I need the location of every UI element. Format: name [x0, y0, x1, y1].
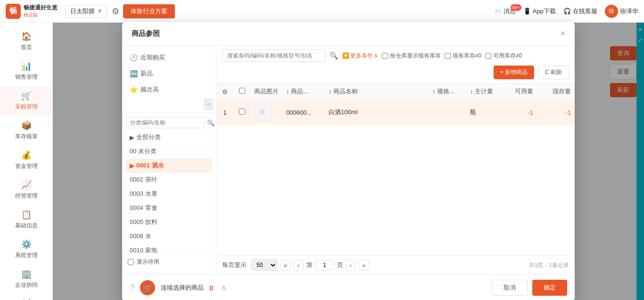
- select-all-checkbox[interactable]: [239, 88, 245, 94]
- sidebar-item-home[interactable]: 🏠 首页: [0, 26, 52, 56]
- cancel-btn[interactable]: 取消: [492, 280, 528, 296]
- category-0010[interactable]: 0010 家电: [126, 243, 212, 253]
- sidebar-item-basic-info[interactable]: 📋 基础信息: [0, 205, 52, 234]
- operation-icon: 📈: [21, 180, 32, 190]
- cell-spec: [429, 100, 466, 125]
- frequent-icon: ⭐: [130, 86, 138, 93]
- category-0004[interactable]: 0004 零食: [126, 201, 212, 215]
- modal-close-btn[interactable]: ×: [560, 29, 565, 39]
- left-panel: 🕐 近期购买 🆕 新品 ⭐ 频次高 «: [122, 46, 216, 275]
- category-0002[interactable]: 0002 茶叶: [126, 173, 212, 187]
- app-download-btn[interactable]: 📱 App下载: [523, 7, 556, 16]
- sidebar-item-enterprise[interactable]: 🏢 企业协同: [0, 264, 52, 294]
- category-0001[interactable]: ▶ 0001 酒水: [126, 158, 212, 173]
- th-check: [233, 83, 250, 100]
- first-page-btn[interactable]: «: [280, 260, 291, 271]
- new-items-icon: 🆕: [130, 70, 138, 77]
- cell-avail: -1: [499, 100, 537, 125]
- th-name[interactable]: ↕ 商品名称: [325, 83, 429, 100]
- stock-nonzero-checkbox[interactable]: [445, 53, 451, 59]
- category-search-input[interactable]: [126, 117, 205, 128]
- category-0008[interactable]: 0008 水: [126, 229, 212, 243]
- sales-icon: 📊: [21, 61, 32, 71]
- table-row[interactable]: 1 图 000600... 白酒100ml: [216, 100, 575, 125]
- modal-body: 🕐 近期购买 🆕 新品 ⭐ 频次高 «: [122, 46, 575, 275]
- page-number-input[interactable]: [315, 260, 334, 270]
- modal-title: 商品参照: [132, 29, 160, 38]
- next-page-btn[interactable]: ›: [346, 260, 355, 271]
- sidebar-item-guide[interactable]: 🔰 新手引导: [0, 294, 52, 300]
- user-menu[interactable]: 徐 徐泽华: [605, 5, 638, 18]
- prev-page-btn[interactable]: ‹: [294, 260, 303, 271]
- add-product-btn[interactable]: + 新增商品: [494, 66, 534, 79]
- th-unit[interactable]: ↕ 主计量: [466, 83, 499, 100]
- content-area: 查询 设置 刷新 ✕ ⤢ 商品参照 × 🕐: [53, 23, 644, 300]
- modal-header: 商品参照 ×: [122, 22, 575, 46]
- refresh-btn[interactable]: C 刷新: [538, 66, 569, 79]
- cart-btn[interactable]: 🛒: [140, 280, 155, 295]
- product-search-input[interactable]: [222, 50, 326, 62]
- finance-icon: 💰: [21, 150, 32, 160]
- top-nav: 畅 畅捷通好生意 精品版 日太阳膜 ▼ ⚙ 体验行业方案 📨 消息 99+ 📱 …: [0, 0, 644, 23]
- filter-more-btn[interactable]: 🔽 更多条件 ∧: [342, 52, 378, 60]
- online-service-btn[interactable]: 🎧 在线客服: [563, 7, 597, 16]
- page-info: 共1页，1条记录: [529, 261, 569, 269]
- right-panel: 🔍 🔽 更多条件 ∧ 按仓库显示现有库存: [216, 46, 575, 275]
- show-disabled-checkbox[interactable]: [128, 259, 134, 265]
- warehouse-filter-checkbox[interactable]: [382, 53, 388, 59]
- last-page-btn[interactable]: »: [358, 260, 369, 271]
- category-0005[interactable]: 0005 饮料: [126, 215, 212, 229]
- system-icon: ⚙️: [21, 239, 32, 250]
- product-table-area: ⚙ 商品图片 ↕: [216, 83, 575, 255]
- category-00[interactable]: 00 未分类: [126, 144, 212, 158]
- home-icon: 🏠: [21, 31, 32, 42]
- cell-img: 图: [250, 100, 282, 125]
- th-code[interactable]: ↕ 商品...: [282, 83, 325, 100]
- logo-area: 畅 畅捷通好生意 精品版: [6, 4, 58, 19]
- th-avail: 可用量: [499, 83, 537, 100]
- settings-icon[interactable]: ⚙: [112, 6, 119, 17]
- category-search-icon[interactable]: 🔍: [207, 119, 215, 126]
- recent-buy-item[interactable]: 🕐 近期购买: [122, 50, 216, 66]
- table-header: ⚙ 商品图片 ↕: [216, 83, 575, 100]
- sidebar-item-inventory[interactable]: 📦 库存核算: [0, 116, 52, 145]
- sidebar: 🏠 首页 📊 销售管理 🛒 采购管理 📦 库存核算 💰 资金管理 📈 经营管理 …: [0, 23, 53, 300]
- recent-buy-icon: 🕐: [130, 54, 138, 61]
- cell-check[interactable]: [233, 100, 250, 125]
- th-spec[interactable]: ↕ 规格...: [429, 83, 466, 100]
- avail-nonzero-checkbox[interactable]: [485, 53, 491, 59]
- modal-footer: ? 🛒 连续选择的商品 0 ∧ 取消 确定: [122, 275, 575, 300]
- toolbar-right: + 新增商品 C 刷新: [494, 66, 569, 79]
- product-search-icon[interactable]: 🔍: [330, 51, 339, 60]
- warehouse-filter-label[interactable]: 按仓库显示现有库存: [382, 52, 441, 60]
- row-checkbox[interactable]: [239, 108, 245, 115]
- th-stock: 现存量: [537, 83, 575, 100]
- avail-nonzero-label[interactable]: 可用库存≠0: [485, 52, 522, 60]
- category-list: ▶ 全部分类 00 未分类 ▶ 0001 酒水 0002 茶叶 0: [122, 130, 216, 253]
- category-0003[interactable]: 0003 水果: [126, 187, 212, 201]
- trial-btn[interactable]: 体验行业方案: [123, 4, 175, 18]
- new-items-item[interactable]: 🆕 新品: [122, 66, 216, 82]
- sidebar-item-system[interactable]: ⚙️ 系统管理: [0, 234, 52, 264]
- frequent-item[interactable]: ⭐ 频次高: [122, 82, 216, 98]
- cell-unit: 瓶: [466, 100, 499, 125]
- sidebar-item-operation[interactable]: 📈 经营管理: [0, 175, 52, 205]
- confirm-btn[interactable]: 确定: [532, 280, 567, 296]
- left-panel-collapse-btn[interactable]: «: [204, 99, 213, 110]
- help-icon[interactable]: ?: [130, 283, 134, 293]
- per-page-select[interactable]: 50 20 100: [251, 259, 277, 271]
- th-settings[interactable]: ⚙: [216, 83, 233, 100]
- cell-code: 000600...: [282, 100, 325, 125]
- inventory-icon: 📦: [21, 120, 32, 131]
- stock-nonzero-label[interactable]: 现有库存≠0: [445, 52, 481, 60]
- category-all[interactable]: ▶ 全部分类: [126, 130, 212, 144]
- cell-name: 白酒100ml: [325, 100, 429, 125]
- logo-text: 畅捷通好生意 精品版: [24, 4, 58, 18]
- sidebar-item-purchase[interactable]: 🛒 采购管理: [0, 86, 52, 116]
- messages-btn[interactable]: 📨 消息 99+: [494, 7, 516, 16]
- left-divider: [122, 113, 216, 113]
- sidebar-item-sales[interactable]: 📊 销售管理: [0, 56, 52, 86]
- nav-selector[interactable]: 日太阳膜 ▼: [65, 5, 108, 18]
- footer-collapse-btn[interactable]: ∧: [221, 283, 227, 293]
- sidebar-item-finance[interactable]: 💰 资金管理: [0, 145, 52, 175]
